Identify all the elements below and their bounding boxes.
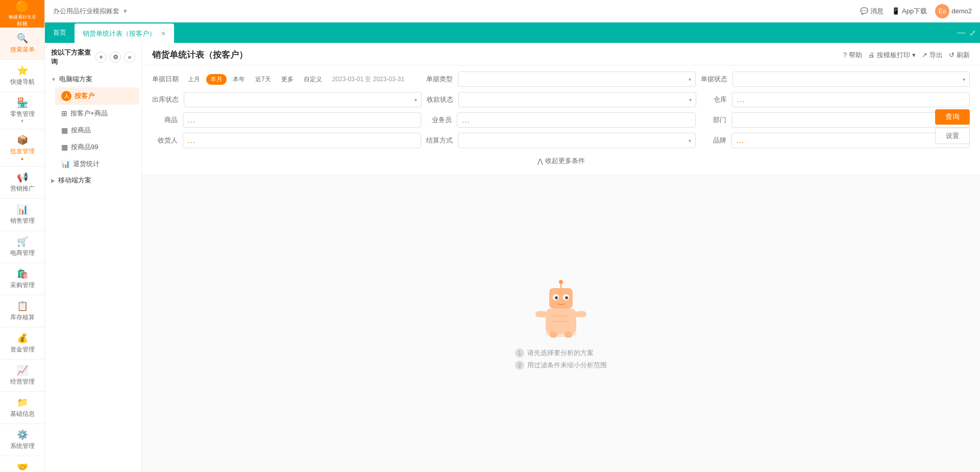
sidebar-item-label-operations: 经营管理 (10, 377, 35, 386)
tree-group-pc-title[interactable]: ▼ 电脑端方案 (45, 72, 141, 87)
content: 按以下方案查询 + ⚙ « ▼ (45, 43, 980, 472)
recipient-select[interactable]: … (183, 133, 421, 148)
table-icon-2: ▦ (61, 143, 68, 151)
breadcrumb-dropdown-icon[interactable]: ▾ (124, 7, 127, 15)
date-tab-this-year[interactable]: 本年 (229, 74, 249, 85)
message-icon: 💬 (860, 7, 868, 15)
sidebar-item-search[interactable]: 🔍 搜索菜单 (0, 28, 45, 60)
svg-rect-2 (549, 288, 573, 309)
sidebar-item-label-basic: 基础信息 (10, 410, 35, 418)
payment-status-select[interactable]: ▾ (458, 92, 696, 107)
svg-rect-11 (550, 332, 557, 338)
sidebar-item-operations[interactable]: 📈 经营管理 (0, 360, 45, 392)
order-status-label: 单据状态 (701, 75, 727, 84)
collapse-panel-btn[interactable]: « (124, 52, 135, 63)
date-tab-more[interactable]: 更多 (277, 74, 298, 85)
sidebar-item-label-ecommerce: 电商管理 (10, 249, 35, 257)
shipment-status-select[interactable]: ▾ (184, 92, 422, 107)
order-type-select[interactable]: ▾ (458, 72, 695, 87)
left-panel: 按以下方案查询 + ⚙ « ▼ (45, 43, 142, 472)
tree-group-pc: ▼ 电脑端方案 人 按客户 ⊞ 按客户+商品 ▦ (45, 72, 141, 172)
refresh-label: 刷新 (957, 51, 970, 60)
sidebar-item-basic[interactable]: 📁 基础信息 (0, 392, 45, 424)
shipment-arrow: ▾ (414, 97, 417, 103)
page-title: 销货单统计表（按客户） (152, 49, 248, 61)
collapse-more-btn[interactable]: ⋀ 收起更多条件 (529, 153, 593, 169)
refresh-btn[interactable]: ↺ 刷新 (949, 51, 970, 60)
export-btn[interactable]: ↗ 导出 (922, 51, 943, 60)
app-download-btn[interactable]: 📱 App下载 (892, 7, 927, 16)
robot-illustration (528, 278, 594, 339)
hint-num-1: 1 (515, 348, 524, 358)
order-status-select[interactable]: ▾ (732, 72, 970, 87)
warehouse-select[interactable]: … (732, 92, 970, 107)
user-area[interactable]: Ea demo2 (935, 4, 972, 18)
salesperson-dots: … (461, 115, 471, 125)
inventory-icon: 📋 (17, 300, 28, 312)
date-tab-custom[interactable]: 自定义 (300, 74, 326, 85)
header-right: 💬 消息 📱 App下载 Ea demo2 (860, 4, 972, 18)
tree-section: ▼ 电脑端方案 人 按客户 ⊞ 按客户+商品 ▦ (45, 69, 141, 190)
tree-item-return-stats[interactable]: 📊 退货统计 (55, 156, 139, 172)
print-template-btn[interactable]: 🖨 按模板打印 ▾ (868, 51, 916, 60)
tab-minimize-btn[interactable]: — (957, 28, 965, 37)
date-tab-last-month[interactable]: 上月 (184, 74, 204, 85)
sidebar-item-inventory[interactable]: 📋 库存核算 (0, 295, 45, 327)
sidebar-item-finance[interactable]: 💰 资金管理 (0, 327, 45, 360)
settlement-select[interactable]: ▾ (458, 133, 696, 148)
tree-group-mobile-label: 移动端方案 (58, 176, 91, 185)
brand-label: 品牌 (701, 136, 726, 145)
tab-home[interactable]: 首页 (45, 22, 75, 43)
finance-icon: 💰 (17, 333, 28, 344)
sidebar-item-system[interactable]: ⚙️ 系统管理 (0, 424, 45, 456)
tab-maximize-btn[interactable]: ⤢ (969, 28, 976, 38)
sidebar-logo[interactable]: 🟠 畅捷通好生意 标账 (0, 0, 45, 28)
left-panel-header: 按以下方案查询 + ⚙ « (45, 43, 141, 69)
product-label: 商品 (152, 115, 178, 125)
right-content: 销货单统计表（按客户） ? 帮助 🖨 按模板打印 ▾ ↗ (142, 43, 980, 472)
tree-arrow-pc: ▼ (51, 77, 56, 82)
tab-close-btn[interactable]: ✕ (161, 30, 166, 37)
salesperson-select[interactable]: … (457, 112, 695, 128)
settings-scheme-btn[interactable]: ⚙ (110, 52, 121, 63)
sidebar-item-marketing[interactable]: 📢 营销推广 (0, 167, 45, 199)
sidebar-item-label-retail: 零售管理 (10, 110, 35, 119)
sidebar-item-wholesale[interactable]: 📦 批发管理 ▲ (0, 129, 45, 167)
department-select[interactable]: ▾ (731, 112, 970, 128)
query-btn[interactable]: 查询 (935, 109, 970, 125)
sidebar: 🟠 畅捷通好生意 标账 🔍 搜索菜单 ⭐ 快捷导航 🏪 零售管理 ▼ 📦 批发管… (0, 0, 45, 472)
gear-icon: ⚙ (113, 54, 118, 61)
purchase-icon: 🛍️ (17, 268, 28, 279)
add-scheme-btn[interactable]: + (95, 52, 107, 63)
sidebar-item-quick-nav[interactable]: ⭐ 快捷导航 (0, 60, 45, 92)
avatar-text: Ea (939, 8, 946, 15)
message-btn[interactable]: 💬 消息 (860, 7, 884, 16)
tree-item-by-customer[interactable]: 人 按客户 (55, 87, 139, 105)
brand-select[interactable]: … (731, 133, 970, 148)
quick-nav-icon: ⭐ (17, 65, 28, 76)
product-select[interactable]: … (183, 112, 421, 128)
page-header: 销货单统计表（按客户） ? 帮助 🖨 按模板打印 ▾ ↗ (142, 43, 980, 65)
svg-rect-9 (535, 311, 547, 317)
active-circle-icon: 人 (61, 91, 71, 101)
tree-group-mobile-title[interactable]: ▶ 移动端方案 (45, 173, 141, 188)
sidebar-item-retail[interactable]: 🏪 零售管理 ▼ (0, 92, 45, 129)
page-actions: ? 帮助 🖨 按模板打印 ▾ ↗ 导出 ↺ (843, 51, 970, 60)
tree-item-by-product[interactable]: ▦ 按商品 (55, 122, 139, 138)
recipient-label: 收货人 (152, 136, 178, 145)
date-tab-this-month[interactable]: 本月 (206, 74, 227, 85)
user-label: demo2 (951, 7, 972, 15)
sidebar-item-sales[interactable]: 📊 销售管理 (0, 199, 45, 231)
department-label: 部门 (701, 115, 726, 125)
sidebar-item-enterprise[interactable]: 🤝 企业协同 (0, 456, 45, 472)
tree-item-by-product-99[interactable]: ▦ 按商品99 (55, 139, 139, 155)
sidebar-item-ecommerce[interactable]: 🛒 电商管理 (0, 231, 45, 263)
bar-chart-icon: 📊 (61, 160, 70, 168)
sidebar-item-purchase[interactable]: 🛍️ 采购管理 (0, 263, 45, 295)
help-btn[interactable]: ? 帮助 (843, 51, 862, 60)
settings-btn[interactable]: 设置 (935, 128, 970, 144)
tab-sales-stats[interactable]: 销货单统计表（按客户） ✕ (75, 23, 174, 44)
settlement-arrow: ▾ (689, 138, 691, 144)
tree-item-by-customer-product[interactable]: ⊞ 按客户+商品 (55, 105, 139, 122)
date-tab-7days[interactable]: 近7天 (251, 74, 275, 85)
